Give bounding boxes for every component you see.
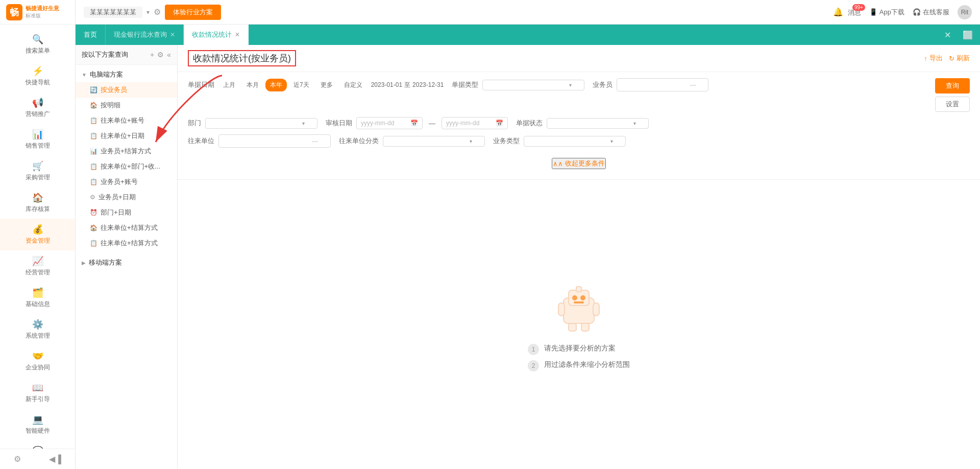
collapse-filters-button[interactable]: ∧∧ 收起更多条件	[552, 158, 606, 169]
sidebar-item-corp[interactable]: 🤝 企业协同	[0, 345, 75, 377]
scheme-item-by-salesman[interactable]: 🔄 按业务员	[76, 82, 177, 98]
desktop-scheme-section: ▼ 电脑端方案 🔄 按业务员 🏠 按明细 📋 往来单位+账号	[76, 65, 177, 253]
expand-mobile-icon: ▶	[82, 260, 86, 266]
doc-status-dropdown-icon: ▾	[633, 121, 636, 126]
scheme-item-salesman-account[interactable]: 📋 业务员+账号	[76, 174, 177, 190]
filter-row-1: 单据日期 上月 本月 本年 近7天 更多 自定义	[188, 78, 970, 112]
sidebar-item-sales[interactable]: 📊 销售管理	[0, 124, 75, 155]
date-btn-last-month[interactable]: 上月	[218, 79, 240, 91]
review-date-end-input[interactable]: yyyy-mm-dd 📅	[442, 117, 508, 129]
scheme-item-salesman-settle[interactable]: 📊 业务员+结算方式	[76, 144, 177, 159]
sidebar-item-business[interactable]: 📈 经营管理	[0, 250, 75, 282]
sidebar-item-finance[interactable]: 💰 资金管理	[0, 219, 75, 250]
scheme-item-dept-date[interactable]: ⏰ 部门+日期	[76, 205, 177, 220]
tab-collection-close-icon[interactable]: ✕	[235, 31, 240, 38]
settings-footer-icon[interactable]: ⚙	[14, 454, 21, 464]
user-avatar[interactable]: Rit	[958, 5, 972, 19]
mobile-section-header[interactable]: ▶ 移动端方案	[76, 255, 177, 270]
tab-expand-icon[interactable]: ⬜	[960, 27, 976, 43]
desktop-section-header[interactable]: ▼ 电脑端方案	[76, 67, 177, 82]
scheme-item-partner-date[interactable]: 📋 往来单位+日期	[76, 128, 177, 144]
review-date-start-icon: 📅	[410, 120, 418, 127]
notification-button[interactable]: 🔔 99+ 消息	[833, 7, 861, 17]
date-btn-custom[interactable]: 自定义	[339, 79, 367, 91]
filter-row-3: 往来单位 ··· 往来单位分类 ▾	[188, 134, 970, 148]
tab-home[interactable]: 首页	[76, 25, 106, 45]
partner-category-select[interactable]: ▾	[383, 136, 485, 147]
refresh-icon: ↻	[949, 55, 954, 62]
scheme-item-by-partner-dept[interactable]: 📋 按来单位+部门+收...	[76, 159, 177, 174]
collapse-sidebar-icon[interactable]: ◀▐	[49, 454, 61, 464]
review-date-end-icon: 📅	[496, 120, 503, 127]
trial-button[interactable]: 体验行业方案	[165, 5, 221, 20]
partner-date-icon: 📋	[90, 132, 97, 139]
svg-rect-5	[558, 303, 565, 316]
sidebar-item-guide[interactable]: 📖 新手引导	[0, 377, 75, 409]
inventory-icon: 🏠	[32, 192, 43, 203]
scheme-collapse-button[interactable]: «	[167, 51, 171, 59]
salesman-select[interactable]: ···	[617, 78, 708, 91]
review-date-label: 审核日期	[326, 119, 352, 128]
tab-bank-close-icon[interactable]: ✕	[170, 31, 175, 38]
tab-close-all-icon[interactable]: ✕	[939, 27, 955, 43]
sidebar-item-basic[interactable]: 🗂️ 基础信息	[0, 282, 75, 314]
logo-text: 畅捷通好生意 标准版	[26, 5, 59, 19]
scheme-settings-button[interactable]: ⚙	[157, 51, 164, 59]
date-btn-more[interactable]: 更多	[316, 79, 337, 91]
guide-icon: 📖	[32, 382, 43, 393]
empty-illustration	[548, 272, 609, 334]
business-type-label: 业务类型	[493, 136, 520, 146]
sidebar-item-inventory[interactable]: 🏠 库存核算	[0, 187, 75, 219]
svg-point-2	[572, 295, 577, 300]
partner-filter-item: 往来单位 ···	[188, 134, 331, 148]
scheme-item-partner-account[interactable]: 📋 往来单位+账号	[76, 113, 177, 128]
sidebar-item-system[interactable]: ⚙️ 系统管理	[0, 314, 75, 345]
filter-area: 单据日期 上月 本月 本年 近7天 更多 自定义	[178, 72, 980, 180]
doc-status-filter-item: 单据状态 ▾	[516, 118, 649, 129]
breadcrumb-dropdown-icon[interactable]: ▾	[146, 9, 150, 16]
scheme-add-button[interactable]: +	[150, 51, 154, 59]
header-gear-icon[interactable]: ⚙	[154, 7, 161, 17]
sidebar-item-quicknav[interactable]: ⚡ 快捷导航	[0, 60, 75, 92]
date-btn-this-month[interactable]: 本月	[242, 79, 263, 91]
review-date-start-input[interactable]: yyyy-mm-dd 📅	[356, 117, 423, 129]
scheme-item-partner-settle1[interactable]: 🏠 往来单位+结算方式	[76, 220, 177, 236]
doc-type-label: 单据类型	[452, 80, 478, 89]
online-service-button[interactable]: 🎧 在线客服	[913, 8, 949, 17]
date-range-display: 2023-01-01 至 2023-12-31	[371, 81, 444, 89]
tab-collection[interactable]: 收款情况统计 ✕	[184, 25, 249, 45]
sidebar-item-purchase[interactable]: 🛒 采购管理	[0, 155, 75, 187]
partner-select[interactable]: ···	[218, 134, 331, 148]
app-icon: 📱	[869, 8, 877, 16]
sidebar-nav: 🔍 搜索菜单 ⚡ 快捷导航 📢 营销推广 📊 销售管理 🛒 采购管理 🏠	[0, 25, 75, 449]
business-type-select[interactable]: ▾	[524, 136, 626, 147]
header-left: 某某某某某某某 ▾ ⚙ 体验行业方案	[84, 5, 221, 20]
collapse-icon: ∧∧	[553, 160, 563, 168]
tab-bar: 首页 现金银行流水查询 ✕ 收款情况统计 ✕ ✕ ⬜	[76, 25, 980, 45]
sidebar-item-hardware[interactable]: 💻 智能硬件	[0, 409, 75, 440]
scheme-title: 按以下方案查询	[82, 50, 128, 59]
partner-dept-icon: 📋	[90, 163, 97, 170]
export-button[interactable]: ↑ 导出	[924, 54, 943, 63]
date-btn-7days[interactable]: 近7天	[289, 79, 314, 91]
dept-dropdown-icon: ▾	[302, 121, 305, 126]
doc-type-select[interactable]: ▾	[482, 80, 584, 90]
query-button[interactable]: 查询	[935, 78, 970, 93]
scheme-item-by-detail[interactable]: 🏠 按明细	[76, 98, 177, 113]
scheme-item-partner-settle2[interactable]: 📋 往来单位+结算方式	[76, 236, 177, 251]
date-btn-this-year[interactable]: 本年	[265, 79, 287, 91]
tab-bank[interactable]: 现金银行流水查询 ✕	[106, 25, 184, 45]
review-date-filter-item: 审核日期 yyyy-mm-dd 📅 — yyyy-mm-dd 📅	[326, 117, 508, 129]
scheme-item-salesman-date[interactable]: ⚙ 业务员+日期	[76, 190, 177, 205]
header-right: 🔔 99+ 消息 📱 App下载 🎧 在线客服 Rit	[833, 5, 972, 19]
breadcrumb: 某某某某某某某	[84, 7, 142, 18]
refresh-button[interactable]: ↻ 刷新	[949, 54, 970, 63]
dept-select[interactable]: ▾	[205, 118, 317, 129]
sidebar-item-wechat[interactable]: 💬 企业微信	[0, 440, 75, 449]
sidebar-item-marketing[interactable]: 📢 营销推广	[0, 92, 75, 124]
app-download-button[interactable]: 📱 App下载	[869, 8, 904, 17]
filter-settings-button[interactable]: 设置	[935, 97, 970, 112]
sidebar-item-search[interactable]: 🔍 搜索菜单	[0, 29, 75, 60]
doc-status-select[interactable]: ▾	[547, 118, 649, 129]
empty-step-1: 1 请先选择要分析的方案	[528, 344, 630, 355]
